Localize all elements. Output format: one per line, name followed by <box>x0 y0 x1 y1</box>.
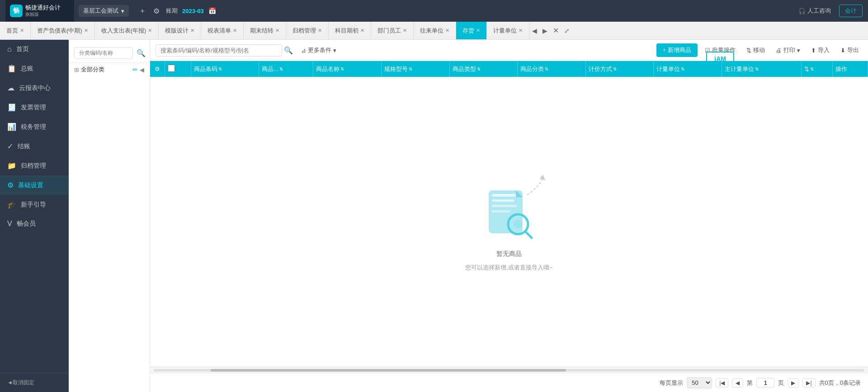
tab-首页[interactable]: 首页✕ <box>0 22 31 39</box>
per-page-label: 每页显示 <box>660 379 683 387</box>
account-button[interactable]: 会计 <box>839 5 863 17</box>
tab-close-icon[interactable]: ✕ <box>148 28 152 33</box>
sidebar-icon-归档管理: 📁 <box>7 161 16 170</box>
sort-icon-5[interactable]: ⇅ <box>409 66 412 71</box>
tab-expand-button[interactable]: ⤢ <box>561 27 572 34</box>
move-button[interactable]: ⇅ 移动 <box>743 44 769 57</box>
sidebar-item-总账[interactable]: 📋 总账 <box>0 59 69 78</box>
print-button[interactable]: 🖨 打印 ▾ <box>772 44 804 57</box>
calendar-icon[interactable]: 📅 <box>208 7 216 14</box>
sidebar-item-发票管理[interactable]: 🧾 发票管理 <box>0 98 69 117</box>
sidebar-item-结账[interactable]: ✓ 结账 <box>0 137 69 156</box>
consultant-button[interactable]: 🎧 人工咨询 <box>795 5 835 17</box>
tab-存货[interactable]: 存货✕ <box>456 22 487 39</box>
sidebar-item-归档管理[interactable]: 📁 归档管理 <box>0 156 69 175</box>
more-filters-button[interactable]: ⊿ 更多条件 ▾ <box>297 44 341 57</box>
table-col-8[interactable]: 计价方式⇅ <box>585 61 654 77</box>
category-search-input[interactable] <box>74 47 133 59</box>
table-col-6[interactable]: 商品类型⇅ <box>449 61 518 77</box>
tab-部门员工[interactable]: 部门员工✕ <box>371 22 414 39</box>
sort-icon-10[interactable]: ⇅ <box>755 66 759 71</box>
tab-label: 资产负债表(中期) <box>37 27 82 35</box>
tab-close-icon[interactable]: ✕ <box>476 28 480 33</box>
company-selector[interactable]: 基层工会测试 ▾ <box>79 5 129 17</box>
select-all-checkbox[interactable] <box>168 65 175 72</box>
tab-close-all-button[interactable]: ✕ <box>550 26 561 35</box>
filter-chevron: ▾ <box>333 47 336 54</box>
tab-科目期初[interactable]: 科目期初✕ <box>329 22 371 39</box>
export-button[interactable]: ⬇ 导出 <box>837 44 863 57</box>
top-bar: 畅 畅捷通好会计 旗舰版 基层工会测试 ▾ ＋ ⚙ 账期 2023-03 📅 🎧… <box>0 0 868 22</box>
tab-税表清单[interactable]: 税表清单✕ <box>201 22 244 39</box>
table-col-7[interactable]: 商品分类⇅ <box>518 61 586 77</box>
table-search-input[interactable] <box>156 44 282 57</box>
tab-收入支出表(年报)[interactable]: 收入支出表(年报)✕ <box>95 22 159 39</box>
sidebar-item-税务管理[interactable]: 📊 税务管理 <box>0 117 69 137</box>
sort-icon-11[interactable]: ⇅ <box>810 66 814 71</box>
tab-往来单位[interactable]: 往来单位✕ <box>414 22 456 39</box>
sidebar-item-新手引导[interactable]: 🎓 新手引导 <box>0 195 69 214</box>
prev-page-button[interactable]: ◀ <box>732 378 743 387</box>
sort-icon-6[interactable]: ⇅ <box>477 66 481 71</box>
sort-icon-3[interactable]: ⇅ <box>279 66 283 71</box>
table-col-3[interactable]: 商品...⇅ <box>259 61 313 77</box>
table-search-button[interactable]: 🔍 <box>284 46 293 55</box>
all-category-item[interactable]: ⊞ 全部分类 ✏ ◀ <box>69 63 150 76</box>
sidebar-item-云报表中心[interactable]: ☁ 云报表中心 <box>0 78 69 98</box>
tab-close-icon[interactable]: ✕ <box>190 28 194 33</box>
table-col-12[interactable]: 操作 <box>832 61 868 77</box>
tab-归档管理[interactable]: 归档管理✕ <box>286 22 329 39</box>
settings-button[interactable]: ⚙ <box>151 5 161 17</box>
table-col-1[interactable] <box>165 61 191 77</box>
sort-icon-8[interactable]: ⇅ <box>613 66 617 71</box>
svg-rect-2 <box>492 199 514 202</box>
tab-期末结转[interactable]: 期末结转✕ <box>244 22 286 39</box>
next-page-button[interactable]: ▶ <box>788 378 799 387</box>
move-label: 移动 <box>753 46 765 54</box>
sort-icon-4[interactable]: ⇅ <box>340 66 344 71</box>
add-tab-button[interactable]: ＋ <box>137 5 148 18</box>
tab-计量单位[interactable]: 计量单位✕ <box>487 22 529 39</box>
sidebar-item-基础设置[interactable]: ⚙ 基础设置 <box>0 175 69 195</box>
table-col-4[interactable]: 商品名称⇅ <box>313 61 382 77</box>
sort-icon-7[interactable]: ⇅ <box>545 66 548 71</box>
tab-close-icon[interactable]: ✕ <box>360 28 364 33</box>
print-chevron: ▾ <box>797 47 800 54</box>
tab-close-icon[interactable]: ✕ <box>445 28 449 33</box>
horizontal-scrollbar[interactable] <box>150 367 868 373</box>
iam-button[interactable]: iAM * <box>706 52 734 73</box>
sidebar-item-畅会员[interactable]: V 畅会员 <box>0 214 69 233</box>
tab-close-icon[interactable]: ✕ <box>519 28 523 33</box>
tab-close-icon[interactable]: ✕ <box>275 28 279 33</box>
svg-rect-1 <box>492 194 519 197</box>
tab-close-icon[interactable]: ✕ <box>403 28 407 33</box>
tab-next-button[interactable]: ▶ <box>540 27 550 34</box>
scrollbar-track <box>154 369 864 372</box>
sidebar-item-首页[interactable]: ⌂ 首页 <box>0 40 69 59</box>
scrollbar-thumb[interactable] <box>211 369 566 372</box>
pagination-bar: 每页显示 50 10 20 100 |◀ ◀ 第 页 ▶ ▶| 共0页，0条记录 <box>150 373 868 392</box>
category-search-button[interactable]: 🔍 <box>137 49 146 57</box>
table-col-11[interactable]: ⇅⇅ <box>802 61 832 77</box>
last-page-button[interactable]: ▶| <box>802 378 815 387</box>
tab-close-icon[interactable]: ✕ <box>20 28 24 33</box>
import-button[interactable]: ⬆ 导入 <box>807 44 833 57</box>
page-input[interactable] <box>756 378 774 387</box>
tab-close-icon[interactable]: ✕ <box>233 28 237 33</box>
per-page-select[interactable]: 50 10 20 100 <box>687 377 712 388</box>
collapse-icon[interactable]: ◀ <box>140 66 144 73</box>
edit-icon[interactable]: ✏ <box>132 66 138 73</box>
table-col-2[interactable]: 商品条码⇅ <box>191 61 259 77</box>
tab-模版设计[interactable]: 模版设计✕ <box>159 22 201 39</box>
tab-close-icon[interactable]: ✕ <box>84 28 88 33</box>
table-col-5[interactable]: 规格型号⇅ <box>381 61 449 77</box>
tab-close-icon[interactable]: ✕ <box>318 28 322 33</box>
sort-icon-9[interactable]: ⇅ <box>681 66 684 71</box>
first-page-button[interactable]: |◀ <box>716 378 728 387</box>
tab-资产负债表(中期)[interactable]: 资产负债表(中期)✕ <box>31 22 95 39</box>
sidebar-pin-button[interactable]: ◄取消固定 <box>0 373 69 392</box>
sort-icon-2[interactable]: ⇅ <box>218 66 222 71</box>
tab-prev-button[interactable]: ◀ <box>529 27 540 34</box>
add-product-button[interactable]: + 新增商品 <box>656 43 698 57</box>
tab-label: 收入支出表(年报) <box>101 27 146 35</box>
